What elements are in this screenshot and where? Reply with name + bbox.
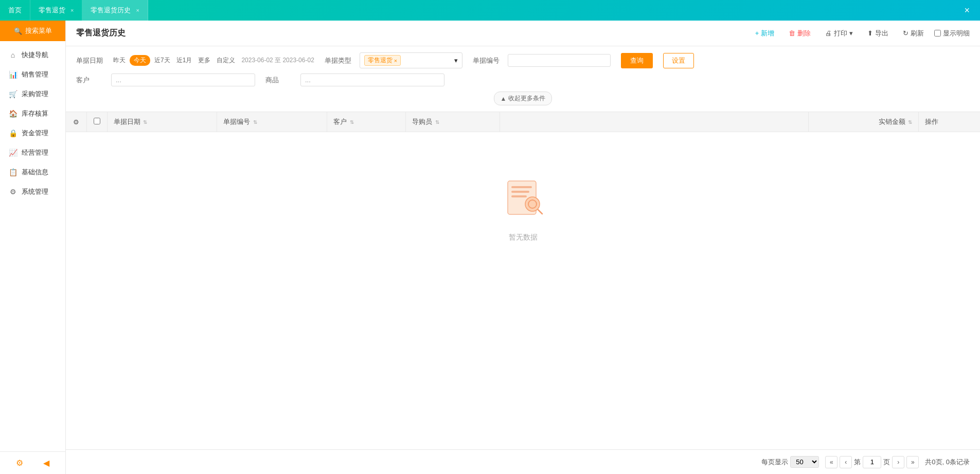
- svg-rect-1: [511, 186, 532, 188]
- customer-filter-label: 客户: [76, 76, 107, 85]
- th-actions: 操作: [919, 112, 980, 132]
- refresh-icon: ↻: [903, 29, 908, 37]
- number-filter-label: 单据编号: [473, 56, 504, 65]
- sales-icon: 📊: [8, 70, 17, 79]
- collapse-filter-button[interactable]: ▲ 收起更多条件: [494, 92, 553, 105]
- collapse-icon: ▲: [501, 95, 507, 102]
- type-select[interactable]: 零售退货 × ▾: [360, 52, 462, 68]
- data-table: ⚙ 单据日期 ⇅ 单据编号 ⇅: [66, 112, 980, 132]
- settings-button[interactable]: 设置: [663, 53, 694, 68]
- window-close-button[interactable]: ×: [960, 5, 974, 16]
- print-dropdown-icon: ▾: [849, 29, 853, 37]
- new-button[interactable]: + 新增: [751, 27, 778, 40]
- th-checkbox[interactable]: [86, 112, 107, 132]
- sidebar-item-inventory[interactable]: 🏠 库存核算: [0, 104, 65, 123]
- page-number-input[interactable]: [863, 456, 881, 468]
- sidebar-item-system-mgmt[interactable]: ⚙ 系统管理: [0, 182, 65, 202]
- tab-retail-return-history[interactable]: 零售退货历史 ×: [82, 0, 148, 21]
- sort-number-icon: ⇅: [253, 119, 257, 125]
- settings-icon[interactable]: ⚙: [73, 118, 79, 126]
- sidebar-item-sales-mgmt[interactable]: 📊 销售管理: [0, 65, 65, 84]
- th-guide[interactable]: 导购员 ⇅: [406, 112, 500, 132]
- th-settings[interactable]: ⚙: [66, 112, 86, 132]
- tab-retail-return[interactable]: 零售退货 ×: [30, 0, 82, 21]
- goods-select[interactable]: ...: [300, 74, 444, 86]
- page-title: 零售退货历史: [76, 28, 126, 39]
- sidebar-item-basic-info[interactable]: 📋 基础信息: [0, 162, 65, 182]
- sidebar-item-label: 库存核算: [22, 109, 48, 118]
- sidebar-item-label: 资金管理: [22, 129, 48, 138]
- customer-filter: 客户 ...: [76, 74, 255, 86]
- top-bar: 首页 零售退货 × 零售退货历史 × ×: [0, 0, 980, 21]
- th-date[interactable]: 单据日期 ⇅: [107, 112, 217, 132]
- settings-bottom-icon[interactable]: ⚙: [16, 458, 23, 468]
- print-button[interactable]: 🖨 打印 ▾: [821, 27, 857, 40]
- filter-row-1: 单据日期 昨天 今天 近7天 近1月 更多 自定义 2023-06-02 至 2…: [76, 52, 970, 68]
- page-unit: 页: [883, 458, 890, 467]
- th-spacer: [500, 112, 809, 132]
- filter-row-2: 客户 ... 商品 ...: [76, 74, 970, 86]
- main-layout: 🔍 搜索菜单 ⌂ 快捷导航 📊 销售管理 🛒 采购管理 🏠 库存核算 🔒: [0, 21, 980, 474]
- sidebar-search[interactable]: 🔍 搜索菜单: [0, 21, 65, 41]
- home-icon: ⌂: [8, 50, 17, 60]
- sidebar-item-finance-mgmt[interactable]: 🔒 资金管理: [0, 123, 65, 143]
- close-retail-return-history-tab[interactable]: ×: [136, 7, 139, 13]
- sort-date-icon: ⇅: [143, 119, 147, 125]
- svg-point-4: [525, 197, 540, 211]
- filter-area: 单据日期 昨天 今天 近7天 近1月 更多 自定义 2023-06-02 至 2…: [66, 46, 980, 112]
- date-btn-7days[interactable]: 近7天: [152, 55, 172, 66]
- type-dropdown-icon[interactable]: ▾: [454, 57, 458, 64]
- last-page-button[interactable]: »: [906, 456, 919, 468]
- next-page-button[interactable]: ›: [892, 456, 904, 468]
- tab-home[interactable]: 首页: [0, 0, 30, 21]
- top-bar-right: ×: [960, 5, 980, 16]
- search-icon: 🔍: [14, 27, 22, 35]
- collapse-label: 收起更多条件: [508, 94, 545, 103]
- sidebar-menu: ⌂ 快捷导航 📊 销售管理 🛒 采购管理 🏠 库存核算 🔒 资金管理 📈: [0, 41, 65, 451]
- customer-select[interactable]: ...: [111, 74, 255, 86]
- type-tag-close[interactable]: ×: [394, 58, 397, 64]
- sidebar-bottom: ⚙ ◀: [0, 451, 65, 474]
- number-input[interactable]: [508, 54, 611, 67]
- sidebar-search-label: 搜索菜单: [25, 26, 52, 35]
- date-filter: 单据日期 昨天 今天 近7天 近1月 更多 自定义 2023-06-02 至 2…: [76, 55, 314, 66]
- select-all-checkbox[interactable]: [94, 118, 100, 124]
- show-detail-input[interactable]: [934, 30, 941, 37]
- sidebar-item-label: 采购管理: [22, 89, 48, 99]
- sort-guide-icon: ⇅: [435, 119, 439, 125]
- delete-icon: 🗑: [789, 29, 795, 37]
- prev-page-button[interactable]: ‹: [840, 456, 852, 468]
- date-btn-yesterday[interactable]: 昨天: [111, 55, 128, 66]
- basic-info-icon: 📋: [8, 168, 17, 177]
- sort-amount-icon: ⇅: [908, 119, 912, 125]
- th-amount[interactable]: 实销金额 ⇅: [809, 112, 919, 132]
- svg-line-6: [538, 210, 542, 214]
- date-btn-custom[interactable]: 自定义: [215, 55, 237, 66]
- show-detail-checkbox[interactable]: 显示明细: [934, 29, 970, 38]
- page-label: 第: [854, 458, 861, 467]
- inventory-icon: 🏠: [8, 109, 17, 118]
- first-page-button[interactable]: «: [825, 456, 838, 468]
- collapse-sidebar-icon[interactable]: ◀: [43, 458, 49, 468]
- sidebar-item-label: 基础信息: [22, 168, 48, 177]
- delete-button[interactable]: 🗑 删除: [785, 27, 815, 40]
- sidebar-item-label: 销售管理: [22, 70, 48, 79]
- close-retail-return-tab[interactable]: ×: [70, 7, 74, 13]
- refresh-button[interactable]: ↻ 刷新: [899, 27, 928, 40]
- sidebar-item-operation-mgmt[interactable]: 📈 经营管理: [0, 143, 65, 162]
- date-btn-today[interactable]: 今天: [130, 55, 150, 66]
- th-number[interactable]: 单据编号 ⇅: [217, 112, 327, 132]
- goods-filter-label: 商品: [265, 76, 296, 85]
- sidebar-item-label: 经营管理: [22, 148, 48, 157]
- date-btn-1month[interactable]: 近1月: [174, 55, 194, 66]
- th-customer[interactable]: 客户 ⇅: [327, 112, 406, 132]
- page-nav: « ‹ 第 页 › »: [825, 456, 919, 468]
- per-page-dropdown[interactable]: 10 20 50 100: [790, 456, 819, 468]
- sidebar-item-quick-nav[interactable]: ⌂ 快捷导航: [0, 45, 65, 65]
- sidebar-item-purchase-mgmt[interactable]: 🛒 采购管理: [0, 84, 65, 104]
- header-actions: + 新增 🗑 删除 🖨 打印 ▾ ⬆ 导出 ↻ 刷新: [751, 27, 970, 40]
- query-button[interactable]: 查询: [621, 53, 653, 68]
- export-button[interactable]: ⬆ 导出: [863, 27, 893, 40]
- type-filter-label: 单据类型: [325, 56, 355, 65]
- date-btn-more[interactable]: 更多: [196, 55, 212, 66]
